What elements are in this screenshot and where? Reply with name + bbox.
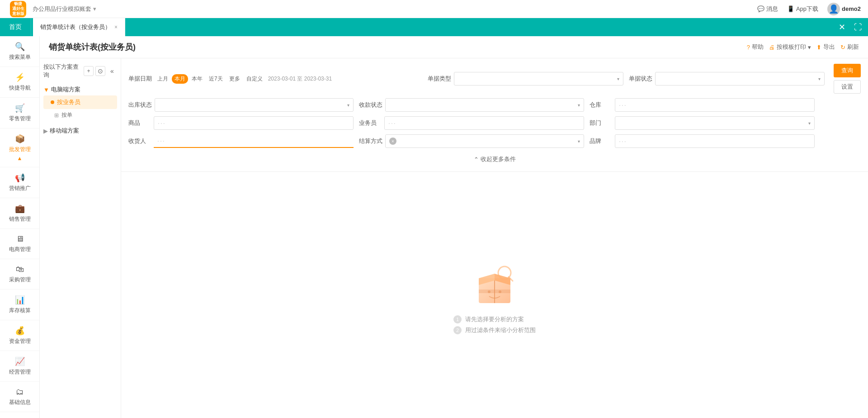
tab-bar-actions: ✕ ⛶ — [835, 21, 868, 33]
date-tab-this-month[interactable]: 本月 — [172, 74, 188, 84]
empty-tip-1: 1 请先选择要分析的方案 — [453, 315, 536, 323]
logo-icon: 畅捷 通好生 意标版 — [10, 1, 26, 17]
tab-bar: 首页 销货单统计表（按业务员） × ✕ ⛶ — [0, 18, 868, 36]
svg-point-8 — [499, 290, 501, 293]
tab-close-btn[interactable]: × — [114, 24, 118, 30]
export-btn[interactable]: ⬆ 导出 — [816, 43, 835, 51]
date-label: 单据日期 — [128, 75, 152, 83]
date-tab-custom[interactable]: 自定义 — [244, 74, 265, 84]
collapse-more-btn[interactable]: ⌃ 收起更多条件 — [128, 152, 861, 166]
sidebar: 🔍 搜索菜单 ⚡ 快捷导航 🛒 零售管理 📦 批发管理 ▲ 📢 营销推广 💼 销… — [0, 36, 40, 418]
chevron-down-icon: ▾ — [617, 76, 619, 81]
date-tab-last-month[interactable]: 上月 — [155, 74, 171, 84]
date-tab-more[interactable]: 更多 — [226, 74, 243, 84]
scheme-group-pc-title[interactable]: ▼ 电脑端方案 — [43, 84, 117, 95]
sidebar-item-operation[interactable]: 📈 经营管理 — [0, 351, 39, 382]
refresh-btn[interactable]: ↻ 刷新 — [840, 43, 859, 51]
receipt-status-input[interactable]: ▾ — [385, 98, 584, 112]
scheme-group-mobile: ▶ 移动端方案 — [43, 125, 117, 137]
svg-rect-4 — [479, 290, 510, 293]
avatar: 👤 — [827, 3, 840, 15]
doc-status-input[interactable]: ▾ — [655, 72, 825, 86]
settings-button[interactable]: 设置 — [834, 80, 861, 94]
sidebar-item-ecommerce[interactable]: 🖥 电商管理 — [0, 229, 39, 259]
dept-label: 部门 — [590, 119, 612, 127]
right-content: 单据日期 上月 本月 本年 近7天 更多 自定义 2023-03-01 至 20… — [121, 58, 868, 418]
empty-tip-2: 2 用过滤条件来缩小分析范围 — [453, 326, 536, 334]
query-button[interactable]: 查询 — [834, 64, 861, 77]
collapse-label: 收起更多条件 — [481, 155, 516, 163]
date-range-text: 2023-03-01 至 2023-03-31 — [268, 75, 332, 83]
chevron-down-icon2: ▾ — [818, 76, 821, 81]
goods-input[interactable]: ··· — [154, 116, 354, 130]
scheme-sub-item-order[interactable]: ⊞ 按单 — [43, 109, 117, 121]
salesman-input[interactable]: ··· — [384, 116, 584, 130]
goods-field: 商品 ··· — [128, 116, 354, 130]
filter-add-btn[interactable]: + — [84, 66, 94, 76]
sidebar-item-marketing[interactable]: 📢 营销推广 — [0, 167, 39, 198]
print-btn[interactable]: 🖨 按模板打印 ▾ — [769, 43, 811, 51]
scheme-group-mobile-title[interactable]: ▶ 移动端方案 — [43, 125, 117, 137]
sidebar-item-retail[interactable]: 🛒 零售管理 — [0, 98, 39, 128]
sidebar-item-finance[interactable]: 💰 资金管理 — [0, 320, 39, 351]
warehouse-label: 仓库 — [590, 101, 612, 109]
scheme-order-label: 按单 — [61, 111, 72, 119]
tab-home[interactable]: 首页 — [0, 18, 31, 36]
expand-icon: ▲ — [17, 155, 23, 162]
sidebar-item-purchase[interactable]: 🛍 采购管理 — [0, 259, 39, 290]
lightning-icon: ⚡ — [15, 72, 25, 82]
content-area: 销货单统计表(按业务员) ? 帮助 🖨 按模板打印 ▾ ⬆ 导出 ↻ 刷新 — [40, 36, 868, 418]
brand-input[interactable]: ··· — [615, 134, 815, 148]
sidebar-item-wholesale[interactable]: 📦 批发管理 ▲ — [0, 128, 39, 167]
filter-header: 按以下方案查询 + ⊙ « — [43, 63, 117, 79]
settlement-arrow-icon: ▾ — [578, 139, 580, 144]
operation-icon: 📈 — [15, 356, 25, 366]
sidebar-item-system[interactable]: ⚙ 系统管理 — [0, 412, 39, 418]
doc-type-input[interactable]: ▾ — [454, 72, 623, 86]
date-tabs: 上月 本月 本年 近7天 更多 自定义 — [155, 74, 265, 84]
tab-active[interactable]: 销货单统计表（按业务员） × — [33, 18, 125, 36]
user-avatar-btn[interactable]: 👤 demo2 — [827, 3, 861, 15]
doc-type-label: 单据类型 — [428, 75, 451, 83]
warehouse-field: 仓库 ··· — [590, 98, 815, 112]
help-btn[interactable]: ? 帮助 — [747, 43, 764, 51]
filter-collapse-btn[interactable]: « — [107, 66, 117, 76]
sidebar-item-search[interactable]: 🔍 搜索菜单 — [0, 36, 39, 67]
sidebar-item-basic[interactable]: 🗂 基础信息 — [0, 382, 39, 412]
goods-label: 商品 — [128, 119, 151, 127]
sidebar-item-shortcut[interactable]: ⚡ 快捷导航 — [0, 67, 39, 98]
consignee-input[interactable]: ··· — [154, 134, 354, 148]
warehouse-input[interactable]: ··· — [615, 98, 815, 112]
page-actions: ? 帮助 🖨 按模板打印 ▾ ⬆ 导出 ↻ 刷新 — [747, 43, 859, 51]
tip-num-2: 2 — [453, 326, 462, 334]
clear-settlement-btn[interactable]: × — [389, 138, 396, 145]
consignee-field: 收货人 ··· — [128, 134, 354, 148]
wholesale-icon: 📦 — [15, 134, 25, 144]
scheme-sub-icon: ⊞ — [54, 112, 59, 119]
brand-label: 品牌 — [590, 137, 612, 145]
consignee-label: 收货人 — [128, 137, 151, 145]
scheme-active-dot — [51, 100, 54, 104]
settlement-input[interactable]: × ▾ — [385, 134, 584, 148]
maximize-btn[interactable]: ⛶ — [852, 21, 864, 33]
chevron-down-icon: ▾ — [93, 5, 96, 12]
top-title[interactable]: 办公用品行业模拟账套 ▾ — [33, 5, 96, 13]
message-btn[interactable]: 💬 消息 — [757, 5, 778, 13]
form-row-4: 收货人 ··· 结算方式 × ▾ — [128, 134, 861, 148]
message-icon: 💬 — [757, 5, 764, 12]
basic-icon: 🗂 — [16, 387, 24, 397]
date-field: 单据日期 上月 本月 本年 近7天 更多 自定义 2023-03-01 至 20… — [128, 74, 422, 84]
out-status-input[interactable]: ▾ — [155, 98, 354, 112]
close-window-btn[interactable]: ✕ — [835, 21, 848, 33]
dept-input[interactable]: ▾ — [615, 116, 815, 130]
scheme-item-salesman[interactable]: 按业务员 — [43, 95, 117, 109]
sidebar-item-inventory[interactable]: 📊 库存核算 — [0, 290, 39, 320]
sidebar-item-sales[interactable]: 💼 销售管理 — [0, 198, 39, 229]
empty-illustration — [467, 256, 522, 310]
date-tab-this-year[interactable]: 本年 — [189, 74, 205, 84]
purchase-icon: 🛍 — [16, 265, 24, 274]
app-download-btn[interactable]: 📱 App下载 — [787, 5, 818, 13]
settlement-field: 结算方式 × ▾ — [359, 134, 584, 148]
date-tab-7days[interactable]: 近7天 — [206, 74, 226, 84]
filter-edit-btn[interactable]: ⊙ — [95, 66, 105, 76]
